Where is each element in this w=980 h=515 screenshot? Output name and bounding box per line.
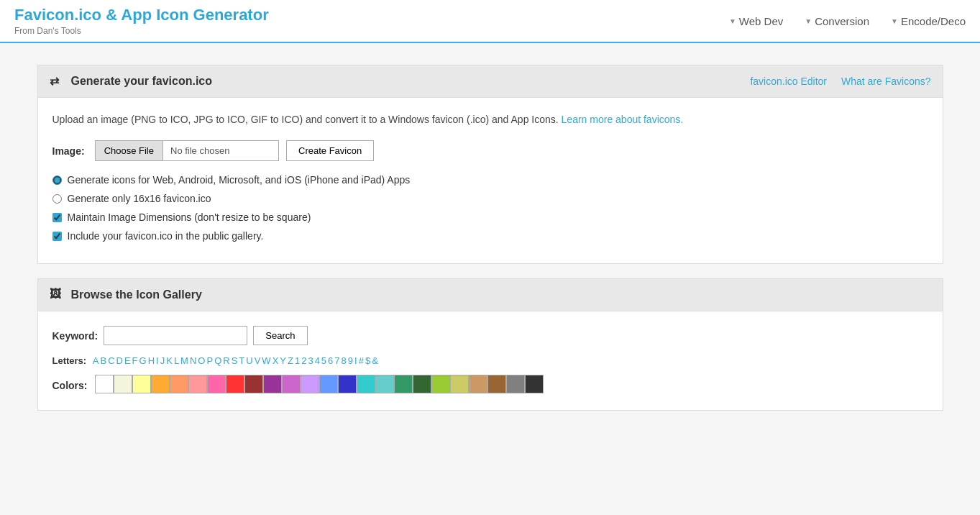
radio-16x16[interactable] bbox=[52, 194, 62, 204]
color-swatch-21[interactable] bbox=[487, 375, 506, 393]
letter-link-H[interactable]: H bbox=[148, 355, 155, 366]
gallery-section-body: Keyword: Search Letters: ABCDEFGHIJKLMNO… bbox=[38, 311, 943, 410]
color-swatch-20[interactable] bbox=[469, 375, 487, 393]
favicon-section-body: Upload an image (PNG to ICO, JPG to ICO,… bbox=[38, 98, 943, 263]
color-swatch-23[interactable] bbox=[525, 375, 544, 393]
color-swatch-13[interactable] bbox=[338, 375, 357, 393]
letter-link-5[interactable]: 5 bbox=[321, 355, 326, 366]
color-swatch-16[interactable] bbox=[394, 375, 413, 393]
letter-link-F[interactable]: F bbox=[132, 355, 138, 366]
favicon-section: ⇄ Generate your favicon.ico favicon.ico … bbox=[37, 65, 943, 264]
color-swatch-2[interactable] bbox=[132, 375, 151, 393]
letter-link-V[interactable]: V bbox=[255, 355, 261, 366]
color-swatch-9[interactable] bbox=[263, 375, 282, 393]
letter-link-7[interactable]: 7 bbox=[334, 355, 339, 366]
color-swatch-7[interactable] bbox=[226, 375, 244, 393]
letter-link-W[interactable]: W bbox=[262, 355, 270, 366]
color-swatch-18[interactable] bbox=[431, 375, 450, 393]
radio-option-all: Generate icons for Web, Android, Microso… bbox=[52, 174, 928, 186]
letter-link-S[interactable]: S bbox=[232, 355, 238, 366]
color-swatch-1[interactable] bbox=[114, 375, 132, 393]
learn-more-link[interactable]: Learn more about favicons. bbox=[562, 114, 684, 125]
color-swatch-5[interactable] bbox=[188, 375, 207, 393]
checkbox-maintain-dims-input[interactable] bbox=[52, 213, 62, 222]
letter-link-J[interactable]: J bbox=[160, 355, 165, 366]
letter-link-C[interactable]: C bbox=[108, 355, 114, 366]
letter-link-O[interactable]: O bbox=[198, 355, 205, 366]
radio-all-apps[interactable] bbox=[52, 176, 62, 185]
letter-link-N[interactable]: N bbox=[190, 355, 196, 366]
checkbox-include-gallery-label: Include your favicon.ico in the public g… bbox=[68, 230, 264, 242]
letter-link-2[interactable]: 2 bbox=[301, 355, 306, 366]
radio-all-apps-label: Generate icons for Web, Android, Microso… bbox=[68, 174, 411, 186]
color-swatch-14[interactable] bbox=[357, 375, 375, 393]
favicon-section-title: Generate your favicon.ico bbox=[71, 75, 213, 88]
letter-link-6[interactable]: 6 bbox=[328, 355, 333, 366]
letter-link-L[interactable]: L bbox=[174, 355, 179, 366]
letter-link-R[interactable]: R bbox=[223, 355, 229, 366]
letter-link-1[interactable]: 1 bbox=[295, 355, 300, 366]
main-content: ⇄ Generate your favicon.ico favicon.ico … bbox=[23, 65, 958, 411]
nav-arrow-webdev: ▼ bbox=[729, 17, 736, 25]
nav-item-conversion[interactable]: ▼ Conversion bbox=[805, 15, 869, 27]
color-swatch-4[interactable] bbox=[170, 375, 188, 393]
nav-item-encode[interactable]: ▼ Encode/Deco bbox=[891, 15, 966, 27]
letter-link-G[interactable]: G bbox=[139, 355, 147, 366]
color-swatch-8[interactable] bbox=[244, 375, 263, 393]
letter-link-P[interactable]: P bbox=[206, 355, 213, 366]
letter-link-3[interactable]: 3 bbox=[308, 355, 313, 366]
checkbox-include-gallery: Include your favicon.ico in the public g… bbox=[52, 230, 928, 242]
color-swatch-10[interactable] bbox=[282, 375, 301, 393]
color-swatch-11[interactable] bbox=[301, 375, 319, 393]
letter-link-&[interactable]: & bbox=[372, 355, 378, 366]
letter-link-B[interactable]: B bbox=[100, 355, 106, 366]
letter-link-Q[interactable]: Q bbox=[214, 355, 221, 366]
choose-file-button[interactable]: Choose File bbox=[96, 141, 163, 160]
brand: Favicon.ico & App Icon Generator From Da… bbox=[14, 6, 729, 36]
what-are-favicons-link[interactable]: What are Favicons? bbox=[841, 76, 931, 87]
letter-link-9[interactable]: 9 bbox=[348, 355, 353, 366]
letter-link-I[interactable]: I bbox=[354, 355, 357, 366]
nav-label-conversion: Conversion bbox=[815, 15, 869, 27]
file-input-wrapper: Choose File No file chosen bbox=[95, 140, 279, 161]
color-swatch-22[interactable] bbox=[506, 375, 525, 393]
letter-link-#[interactable]: # bbox=[359, 355, 364, 366]
letter-link-I[interactable]: I bbox=[156, 355, 159, 366]
letter-link-8[interactable]: 8 bbox=[342, 355, 347, 366]
letter-link-D[interactable]: D bbox=[116, 355, 123, 366]
search-button[interactable]: Search bbox=[253, 326, 307, 345]
letter-link-E[interactable]: E bbox=[124, 355, 131, 366]
gallery-section-header: 🖼 Browse the Icon Gallery bbox=[38, 279, 943, 311]
letter-link-K[interactable]: K bbox=[166, 355, 173, 366]
nav-item-webdev[interactable]: ▼ Web Dev bbox=[729, 15, 783, 27]
letter-link-Z[interactable]: Z bbox=[288, 355, 293, 366]
letter-link-A[interactable]: A bbox=[93, 355, 99, 366]
letter-link-4[interactable]: 4 bbox=[315, 355, 320, 366]
favicon-section-title-group: ⇄ Generate your favicon.ico bbox=[50, 74, 213, 88]
letter-link-T[interactable]: T bbox=[239, 355, 244, 366]
letter-link-Y[interactable]: Y bbox=[280, 355, 286, 366]
checkbox-include-gallery-input[interactable] bbox=[52, 232, 62, 241]
favicon-editor-link[interactable]: favicon.ico Editor bbox=[750, 76, 827, 87]
gallery-icon: 🖼 bbox=[50, 288, 64, 302]
favicon-description: Upload an image (PNG to ICO, JPG to ICO,… bbox=[52, 112, 928, 127]
letter-link-U[interactable]: U bbox=[246, 355, 252, 366]
color-swatch-3[interactable] bbox=[151, 375, 170, 393]
color-swatch-0[interactable] bbox=[95, 375, 114, 393]
color-swatch-6[interactable] bbox=[207, 375, 226, 393]
nav-label-webdev: Web Dev bbox=[739, 15, 783, 27]
radio-option-16: Generate only 16x16 favicon.ico bbox=[52, 193, 928, 204]
color-swatch-17[interactable] bbox=[413, 375, 431, 393]
color-swatch-12[interactable] bbox=[319, 375, 338, 393]
letter-link-M[interactable]: M bbox=[180, 355, 188, 366]
color-swatch-19[interactable] bbox=[450, 375, 469, 393]
nav-arrow-conversion: ▼ bbox=[805, 17, 812, 25]
gallery-section: 🖼 Browse the Icon Gallery Keyword: Searc… bbox=[37, 278, 943, 411]
site-title[interactable]: Favicon.ico & App Icon Generator bbox=[14, 6, 729, 24]
color-swatch-15[interactable] bbox=[375, 375, 394, 393]
create-favicon-button[interactable]: Create Favicon bbox=[286, 140, 374, 161]
gallery-section-title: Browse the Icon Gallery bbox=[71, 288, 202, 301]
keyword-input[interactable] bbox=[104, 326, 247, 345]
letter-link-$[interactable]: $ bbox=[365, 355, 370, 366]
letter-link-X[interactable]: X bbox=[273, 355, 279, 366]
